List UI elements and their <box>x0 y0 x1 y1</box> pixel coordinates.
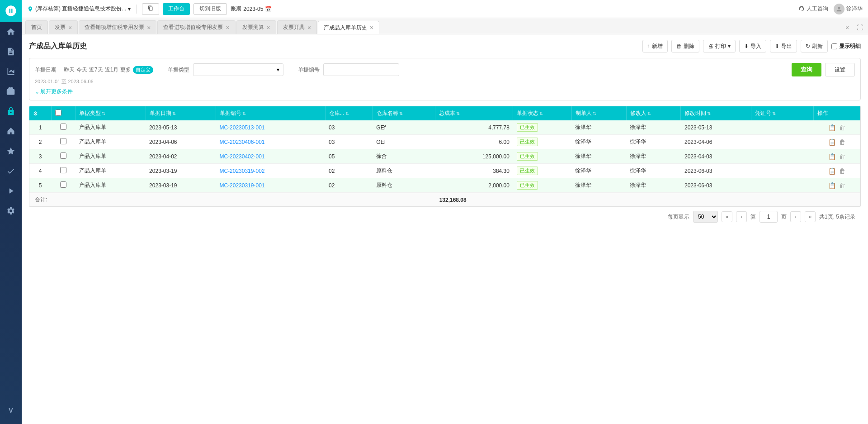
row-checkbox[interactable] <box>60 152 66 159</box>
sidebar-item-version[interactable]: V <box>0 400 22 420</box>
row-number: MC-20230513-001 <box>216 120 325 135</box>
row-modify-time: 2023-04-03 <box>681 149 751 164</box>
row-number-link[interactable]: MC-20230513-001 <box>219 124 264 131</box>
tab-invoice-calc-close[interactable]: × <box>267 24 270 31</box>
sort-date[interactable]: 单据日期⇅ <box>150 110 212 117</box>
row-delete-icon[interactable]: 🗑 <box>839 153 845 160</box>
next-page-btn[interactable]: › <box>790 211 801 222</box>
sort-wh-code[interactable]: 仓库...⇅ <box>329 110 369 117</box>
sidebar-item-gear[interactable] <box>0 201 22 221</box>
per-page-select[interactable]: 50 100 200 <box>693 211 718 223</box>
tab-invoice-open-close[interactable]: × <box>307 24 311 31</box>
tab-purchase-invoice[interactable]: 查看进项增值税专用发票 × <box>157 20 235 34</box>
row-voucher <box>751 120 813 135</box>
sidebar-item-settings2[interactable] <box>0 141 22 161</box>
sidebar-item-inventory[interactable] <box>0 81 22 101</box>
more-shortcut[interactable]: 更多 <box>120 66 131 74</box>
doc-no-input[interactable] <box>323 63 399 76</box>
show-detail-label[interactable]: 显示明细 <box>831 43 861 50</box>
last-page-btn[interactable]: » <box>805 211 816 222</box>
row-delete-icon[interactable]: 🗑 <box>839 138 845 146</box>
tab-invoice-calc[interactable]: 发票测算 × <box>236 20 276 34</box>
status-badge: 已生效 <box>517 167 538 175</box>
set-btn[interactable]: 设置 <box>825 63 855 76</box>
row-checkbox[interactable] <box>60 167 66 173</box>
row-number-link[interactable]: MC-20230319-002 <box>219 168 264 174</box>
row-wh-code: 03 <box>325 120 373 135</box>
row-delete-icon[interactable]: 🗑 <box>839 124 845 131</box>
sort-modify-time[interactable]: 修改时间⇅ <box>684 110 747 117</box>
row-voucher <box>751 149 813 164</box>
row-type: 产品入库单 <box>75 164 146 178</box>
sort-num[interactable]: 单据编号⇅ <box>220 110 321 117</box>
sidebar-item-doc[interactable] <box>0 42 22 62</box>
tab-home[interactable]: 首页 <box>25 20 48 34</box>
workbench-btn[interactable]: 工作台 <box>163 3 190 15</box>
row-checkbox[interactable] <box>60 124 66 130</box>
sidebar-item-play[interactable] <box>0 181 22 201</box>
sort-maker[interactable]: 制单人⇅ <box>576 110 623 117</box>
sidebar-item-home[interactable] <box>0 22 22 42</box>
row-edit-icon[interactable]: 📋 <box>828 138 836 146</box>
select-all-checkbox[interactable] <box>55 110 61 116</box>
expand-btn[interactable]: ⌄ 展开更多条件 <box>35 88 855 95</box>
sidebar-item-chart[interactable] <box>0 62 22 81</box>
tab-invoice[interactable]: 发票 × <box>49 20 78 34</box>
tab-product-history[interactable]: 产成品入库单历史 × <box>318 21 379 34</box>
import-btn[interactable]: ⬇ 导入 <box>739 40 766 52</box>
row-checkbox[interactable] <box>60 138 66 144</box>
refresh-btn[interactable]: ↻ 刷新 <box>801 40 828 52</box>
row-edit-icon[interactable]: 📋 <box>828 124 836 131</box>
print-btn[interactable]: 🖨 打印 ▾ <box>703 40 736 52</box>
tab-invoice-open[interactable]: 发票开具 × <box>277 20 317 34</box>
page-input[interactable] <box>760 211 778 223</box>
tab-purchase-invoice-close[interactable]: × <box>226 24 229 31</box>
sort-status[interactable]: 单据状态⇅ <box>517 110 567 117</box>
calendar-icon[interactable]: 📅 <box>265 6 272 12</box>
last1m-shortcut[interactable]: 近1月 <box>105 66 119 74</box>
sidebar-item-task[interactable] <box>0 161 22 181</box>
custom-tag[interactable]: 自定义 <box>133 66 153 74</box>
support-link[interactable]: 人工咨询 <box>798 5 828 13</box>
row-number-link[interactable]: MC-20230406-001 <box>219 139 264 145</box>
new-btn[interactable]: + 新增 <box>642 40 668 52</box>
show-detail-checkbox[interactable] <box>831 43 837 49</box>
copy-doc-btn[interactable] <box>142 3 159 15</box>
export-btn[interactable]: ⬆ 导出 <box>770 40 797 52</box>
sidebar-item-stamp[interactable] <box>0 121 22 141</box>
sort-wh-name[interactable]: 仓库名称⇅ <box>377 110 431 117</box>
row-delete-icon[interactable]: 🗑 <box>839 167 845 175</box>
sidebar-item-lock[interactable] <box>0 101 22 121</box>
tab-sales-invoice-close[interactable]: × <box>147 24 151 31</box>
row-edit-icon[interactable]: 📋 <box>828 167 836 175</box>
last7-shortcut[interactable]: 近7天 <box>89 66 103 74</box>
tab-close-all[interactable]: × <box>843 23 852 32</box>
user-info[interactable]: 徐泽华 <box>834 4 863 14</box>
sort-modifier[interactable]: 修改人⇅ <box>630 110 677 117</box>
tab-product-history-close[interactable]: × <box>370 24 373 31</box>
row-cost: 6.00 <box>435 135 513 149</box>
prev-page-btn[interactable]: ‹ <box>736 211 747 222</box>
delete-btn[interactable]: 🗑 删除 <box>671 40 699 52</box>
row-number-link[interactable]: MC-20230319-001 <box>219 182 264 189</box>
tab-sales-invoice[interactable]: 查看销项增值税专用发票 × <box>79 20 156 34</box>
tab-invoice-close[interactable]: × <box>68 24 72 31</box>
col-num-header: 单据编号⇅ <box>216 106 325 120</box>
row-edit-icon[interactable]: 📋 <box>828 182 836 189</box>
first-page-btn[interactable]: « <box>722 211 732 222</box>
sort-type[interactable]: 单据类型⇅ <box>79 110 142 117</box>
row-delete-icon[interactable]: 🗑 <box>839 182 845 189</box>
sort-voucher[interactable]: 凭证号⇅ <box>755 110 810 117</box>
yesterday-shortcut[interactable]: 昨天 <box>64 66 75 74</box>
company-dropdown-icon[interactable]: ▾ <box>128 6 131 12</box>
switch-btn[interactable]: 切到旧版 <box>193 3 227 15</box>
settings-icon[interactable]: ⚙ <box>33 110 38 117</box>
row-checkbox[interactable] <box>60 181 66 188</box>
today-shortcut[interactable]: 今天 <box>76 66 87 74</box>
query-btn[interactable]: 查询 <box>792 63 821 76</box>
doc-type-select-wrap[interactable]: ▾ <box>193 63 283 76</box>
tab-maximize[interactable]: ⛶ <box>855 23 864 32</box>
sort-cost[interactable]: 总成本⇅ <box>439 110 509 117</box>
row-edit-icon[interactable]: 📋 <box>828 153 836 160</box>
row-number-link[interactable]: MC-20230402-001 <box>219 153 264 160</box>
